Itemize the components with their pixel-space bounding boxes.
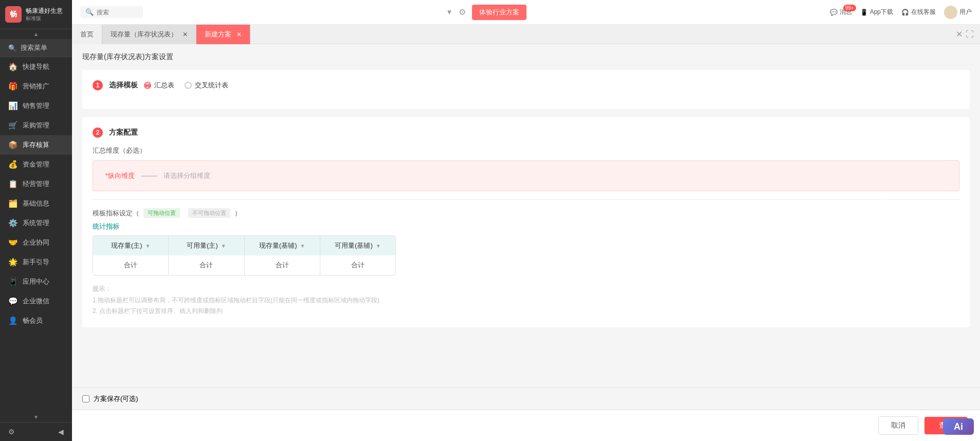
metric-table: 现存量(主) ▼ 可用量(主) ▼ 现存量(基辅) ▼ 可用量(基辅) [93,235,396,275]
panel-expand-button[interactable]: ⛶ [966,30,974,39]
tab-home[interactable]: 首页 [72,25,102,44]
purchase-icon: 🛒 [8,121,17,130]
metric-col-0-label: 现存量(主) [111,241,142,250]
metric-col-0-chevron[interactable]: ▼ [146,243,151,249]
content-area: 现存量(库存状况表)方案设置 1 选择模板 汇总表 交叉统计表 [72,44,980,388]
tab-new-scheme[interactable]: 新建方案 ✕ [196,25,250,44]
user-avatar [944,6,957,19]
sidebar-item-label: 畅会员 [23,316,43,325]
collapse-sidebar-icon[interactable]: ◀ [58,428,64,436]
sidebar-item-member[interactable]: 👤 畅会员 [0,311,72,330]
non-draggable-tag: 不可拖动位置 [188,208,230,218]
search-icon: 🔍 [8,44,16,52]
metric-col-3[interactable]: 可用量(基辅) ▼ [320,236,395,255]
topbar-user[interactable]: 用户 [944,6,972,19]
app-logo-icon: 畅 [5,6,22,23]
page-title: 现存量(库存状况表)方案设置 [82,52,970,62]
sidebar-item-label: 系统管理 [23,218,49,228]
sidebar-item-app-center[interactable]: 📱 应用中心 [0,272,72,291]
step1-title: 选择模板 [109,81,138,90]
topbar-message[interactable]: 💬 消息 99+ [830,8,852,16]
app-name: 畅康通好生意 [26,7,63,15]
home-tab-label: 首页 [80,30,94,39]
radio-summary[interactable]: 汇总表 [144,81,174,90]
metric-col-2-label: 现存量(基辅) [259,241,297,250]
tabbar: 首页 现存量（库存状况表） ✕ 新建方案 ✕ ✕ ⛶ [72,25,980,44]
topbar-dropdown-icon[interactable]: ▼ [446,8,452,16]
content-footer: 方案保存(可选) [72,388,980,410]
sidebar-item-marketing[interactable]: 🎁 营销推广 [0,77,72,96]
metric-col-1[interactable]: 可用量(主) ▼ [169,236,244,255]
sidebar-item-label: 新手引导 [23,258,49,267]
sidebar-scroll-up[interactable]: ▲ [0,29,72,39]
topbar-search-icon: 🔍 [85,8,94,16]
sidebar-item-system[interactable]: ⚙️ 系统管理 [0,213,72,233]
radio-summary-dot [144,82,151,89]
sidebar-item-enterprise[interactable]: 🤝 企业协同 [0,233,72,252]
cancel-button[interactable]: 取消 [878,416,918,435]
sidebar-item-new-guide[interactable]: 🌟 新手引导 [0,252,72,272]
metric-settings-header: 模板指标设定（ 可拖动位置 不可拖动位置 ） [93,208,959,218]
base-info-icon: 🗂️ [8,199,17,208]
sales-icon: 📊 [8,101,17,111]
sidebar-item-wechat[interactable]: 💬 企业微信 [0,291,72,311]
metric-settings-suffix: ） [234,209,241,218]
metric-cell-2: 合计 [245,255,320,275]
sidebar-item-sales[interactable]: 📊 销售管理 [0,96,72,116]
metric-settings-label: 模板指标设定（ [93,209,139,218]
save-checkbox[interactable] [82,395,89,402]
wechat-icon: 💬 [8,297,17,306]
sidebar-scroll-down[interactable]: ▼ [0,412,72,422]
tip-line-1: 1.拖动标题栏可以调整布局，不可跨维度或指标区域拖动栏目字段(只能在同一维度或指… [93,295,959,306]
sidebar-item-quick-nav[interactable]: 🏠 快捷导航 [0,57,72,77]
vertical-dim-area[interactable]: *纵向维度 —— 请选择分组维度 [93,160,959,191]
sidebar-item-base-info[interactable]: 🗂️ 基础信息 [0,194,72,213]
inventory-icon: 📦 [8,140,17,150]
message-icon: 💬 [830,9,838,16]
radio-cross[interactable]: 交叉统计表 [185,81,228,90]
topbar-settings-icon[interactable]: ⚙ [459,7,466,17]
sidebar-item-finance[interactable]: 💰 资金管理 [0,155,72,174]
message-badge: 99+ [843,5,856,11]
sidebar-item-operations[interactable]: 📋 经营管理 [0,174,72,194]
metric-cell-0: 合计 [93,255,169,275]
inventory-status-tab-label: 现存量（库存状况表） [111,30,177,39]
topbar-app-download[interactable]: 📱 App下载 [860,8,893,16]
sidebar-item-label: 库存核算 [23,140,49,150]
member-icon: 👤 [8,316,17,325]
step2-header: 2 方案配置 [93,127,959,138]
sidebar-item-label: 快捷导航 [23,62,49,71]
metric-col-2-chevron[interactable]: ▼ [300,243,305,249]
marketing-icon: 🎁 [8,82,17,91]
metric-col-3-chevron[interactable]: ▼ [376,243,381,249]
stats-label: 统计指标 [93,222,959,231]
mobile-icon: 📱 [860,9,868,16]
metric-col-0[interactable]: 现存量(主) ▼ [93,236,169,255]
radio-cross-label: 交叉统计表 [195,81,228,90]
panel-close-button[interactable]: ✕ [956,29,963,39]
sidebar-item-inventory[interactable]: 📦 库存核算 [0,135,72,155]
trial-btn[interactable]: 体验行业方案 [472,5,527,20]
new-guide-icon: 🌟 [8,258,17,267]
metric-col-1-chevron[interactable]: ▼ [221,243,226,249]
sidebar-search[interactable]: 🔍 搜索菜单 [0,39,72,57]
tab-inventory-status[interactable]: 现存量（库存状况表） ✕ [102,25,196,44]
save-label: 方案保存(可选) [94,394,138,403]
sidebar-item-purchase[interactable]: 🛒 采购管理 [0,116,72,135]
ai-badge[interactable]: Ai [943,418,974,435]
metric-col-2[interactable]: 现存量(基辅) ▼ [245,236,320,255]
topbar-search-input[interactable] [97,9,138,16]
tab-inventory-close-icon[interactable]: ✕ [183,31,188,38]
tab-new-scheme-close-icon[interactable]: ✕ [237,31,242,38]
settings-footer-icon[interactable]: ⚙ [8,428,15,436]
sidebar: 畅 畅康通好生意 标准版 ▲ 🔍 搜索菜单 🏠 快捷导航 🎁 营销推广 📊 销售… [0,0,72,441]
main-area: 🔍 ▼ ⚙ 体验行业方案 💬 消息 99+ 📱 App下载 🎧 在线客服 用户 [72,0,980,441]
sidebar-item-label: 经营管理 [23,179,49,189]
enterprise-icon: 🤝 [8,238,17,247]
topbar-search-box[interactable]: 🔍 [80,6,143,18]
tips-title: 提示： [93,285,111,292]
step1-badge: 1 [93,80,103,90]
finance-icon: 💰 [8,160,17,169]
topbar-online-service[interactable]: 🎧 在线客服 [901,8,936,16]
sidebar-nav: 🔍 搜索菜单 🏠 快捷导航 🎁 营销推广 📊 销售管理 🛒 采购管理 📦 库存核… [0,39,72,412]
